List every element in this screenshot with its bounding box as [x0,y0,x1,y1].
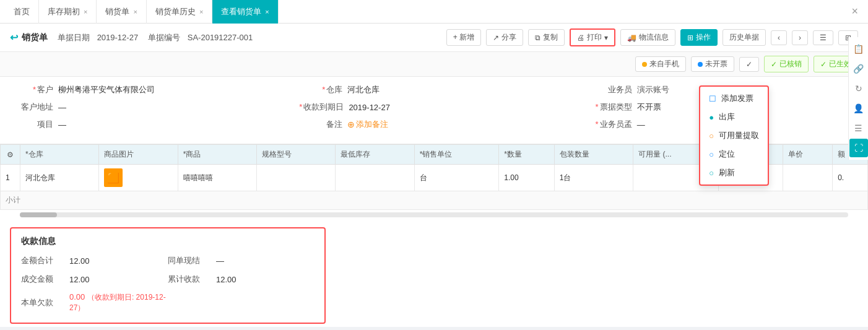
confirm-icon-button[interactable]: ✓ [739,57,759,72]
amount-total-row: 金额合计 12.00 [21,253,168,268]
current-owe-label: 本单欠款 [21,297,64,308]
locate-item[interactable]: ○ 定位 [700,145,768,163]
list-view-button[interactable]: ☰ [813,30,833,45]
refresh-sidebar-symbol: ↻ [855,84,862,93]
staff2-value: — [637,120,645,129]
same-order-row: 同单现结 — [168,253,315,268]
new-button[interactable]: + 新增 [446,29,481,46]
next-button[interactable]: › [792,30,808,45]
col-warehouse: *仓库 [20,145,99,165]
outbound-item[interactable]: ● 出库 [700,108,768,126]
operation-button[interactable]: ⊞ 操作 [680,29,718,46]
tab-inventory-init[interactable]: 库存期初 × [39,0,97,24]
col-spec: 规格型号 [257,145,336,165]
amount-total-label: 金额合计 [21,255,64,266]
close-tab-4[interactable]: × [265,8,269,15]
not-open-button[interactable]: 未开票 [691,56,734,72]
warehouse-value: 河北仓库 [347,84,380,95]
due-date-value: 2019-12-27 [349,103,390,112]
same-order-value: — [216,256,224,266]
from-phone-button[interactable]: 来自手机 [635,56,686,72]
staff-value: 演示账号 [637,84,669,95]
row-quantity: 1.00 [499,165,554,191]
deal-amount-value: 12.00 [69,275,90,284]
current-owe-value: 0.00 （收款到期日: 2019-12-27） [69,292,168,313]
confirmed-button[interactable]: ✓ 已核销 [764,56,809,72]
refresh-sidebar-icon[interactable]: ↻ [849,79,868,98]
status-bar: 来自手机 未开票 ✓ ✓ 已核销 ✓ 已生效 [0,52,868,77]
staff-label: 业务员 [589,84,632,95]
due-date-group: 收款到期日 2019-12-27 [299,102,568,113]
doc-header: ↩ 销货单 单据日期 2019-12-27 单据编号 SA-20191227-0… [0,24,868,52]
right-sidebar: 📋 🔗 ↻ 👤 ☰ ⛶ [848,37,868,160]
tab-home[interactable]: 首页 [5,0,39,24]
user-sidebar-icon[interactable]: 👤 [849,99,868,118]
customer-group: 客户 柳州粤港平安气体有限公司 [10,84,279,95]
close-tab-3[interactable]: × [199,8,203,15]
note-label: 备注 [299,119,342,130]
share-button[interactable]: ↗ 分享 [486,29,523,46]
expand-sidebar-icon[interactable]: ⛶ [849,139,868,157]
logistics-button[interactable]: 🚚 物流信息 [620,29,675,46]
ticket-type-label: 票据类型 [589,102,632,113]
project-label: 项目 [10,119,53,130]
tab-bar: 首页 库存期初 × 销货单 × 销货单历史 × 查看销货单 × × [0,0,868,24]
deal-amount-row: 成交金额 12.00 [21,272,168,287]
add-note-button[interactable]: ⊕ 添加备注 [347,119,388,130]
sales-icon: ↩ [10,32,18,43]
refresh-item[interactable]: ○ 刷新 [700,163,768,182]
list-sidebar-symbol: ☰ [854,123,862,133]
scroll-thumb[interactable] [20,212,57,217]
list-sidebar-icon[interactable]: ☰ [849,119,868,137]
note-group: 备注 ⊕ 添加备注 [299,119,568,130]
add-invoice-item[interactable]: ☐ 添加发票 [700,89,768,108]
warehouse-label: 仓库 [299,84,342,95]
outbound-icon: ● [709,113,714,122]
doc-title: ↩ 销货单 [10,32,48,43]
copy-button[interactable]: ⧉ 复制 [528,29,565,46]
date-label: 单据日期 2019-12-27 [58,32,138,43]
link-sidebar-icon[interactable]: 🔗 [849,59,868,78]
row-unit: 台 [414,165,499,191]
yellow-dot-icon [642,62,647,67]
tab-sales[interactable]: 销货单 × [97,0,146,24]
row-price [783,165,832,191]
history-button[interactable]: 历史单据 [723,29,766,46]
close-all-tabs[interactable]: × [846,5,863,18]
tab-view-sales[interactable]: 查看销货单 × [212,0,278,24]
customer-label: 客户 [10,84,53,95]
amount-total-value: 12.00 [69,256,90,266]
grid-icon: ⊞ [687,33,693,42]
address-value: — [58,103,66,112]
prev-button[interactable]: ‹ [771,30,787,45]
truck-icon: 🚚 [627,33,636,42]
row-min-stock [336,165,414,191]
address-group: 客户地址 — [10,102,279,113]
print-button[interactable]: 🖨 打印 ▾ [570,28,615,46]
locate-icon: ○ [709,150,714,159]
project-value: — [58,120,66,129]
product-thumbnail: 🟧 [104,168,123,187]
print-icon: 🖨 [577,33,584,42]
check-icon-2: ✓ [820,60,827,69]
chevron-down-icon: ▾ [604,33,608,42]
refresh-menu-icon: ○ [709,168,714,178]
close-tab-1[interactable]: × [84,8,87,15]
available-extract-item[interactable]: ○ 可用量提取 [700,126,768,145]
doc-sidebar-icon[interactable]: 📋 [849,40,868,58]
extract-icon: ○ [709,131,714,141]
payment-title: 收款信息 [21,236,315,247]
subtotal-row: 小计 [1,191,868,210]
row-amount: 0. [833,165,868,191]
plus-icon: ⊕ [347,119,355,129]
user-sidebar-symbol: 👤 [853,103,864,113]
horizontal-scrollbar[interactable] [20,212,848,217]
close-tab-2[interactable]: × [133,8,137,15]
check-icon: ✓ [771,60,777,69]
project-group: 项目 — [10,119,279,130]
tab-sales-history[interactable]: 销货单历史 × [147,0,212,24]
address-label: 客户地址 [10,102,53,113]
warehouse-group: 仓库 河北仓库 [299,84,568,95]
payment-grid: 金额合计 12.00 同单现结 — 成交金额 12.00 累计收款 12.00 … [21,253,315,315]
deal-amount-label: 成交金额 [21,274,64,285]
